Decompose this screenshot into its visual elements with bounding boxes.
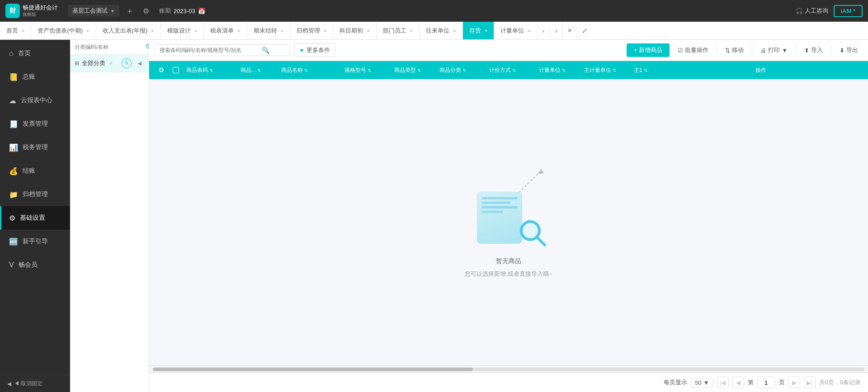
col-barcode[interactable]: 商品条码 ⇅ xyxy=(183,66,237,74)
page-next-button[interactable]: ▶ xyxy=(788,377,800,388)
tab-dept-close[interactable]: × xyxy=(410,28,413,33)
add-product-button[interactable]: + 新增商品 xyxy=(627,43,670,57)
product-search-input[interactable] xyxy=(160,47,259,53)
batch-operation-button[interactable]: ☑ 批量操作 xyxy=(673,44,713,57)
company-arrow-icon: ▼ xyxy=(110,9,115,14)
tab-period-end[interactable]: 期末结转 × xyxy=(247,22,290,40)
move-button[interactable]: ⇅ 移动 xyxy=(721,44,748,57)
col-check[interactable] xyxy=(169,67,183,73)
page-prev-button[interactable]: ◀ xyxy=(732,377,744,388)
col-type[interactable]: 商品类型 ⇅ xyxy=(391,66,436,74)
tab-home-close[interactable]: × xyxy=(22,28,24,33)
tab-income-close[interactable]: × xyxy=(151,28,154,33)
sidebar-ledger-label: 总账 xyxy=(23,73,35,81)
col-main-unit[interactable]: 主计量单位 ⇅ xyxy=(580,66,630,74)
settings-icon[interactable]: ⚙ xyxy=(140,7,152,15)
sort-barcode-icon[interactable]: ⇅ xyxy=(209,68,213,73)
import-button[interactable]: ⬆ 导入 xyxy=(800,44,827,57)
sort-category-icon[interactable]: ⇅ xyxy=(462,68,466,73)
more-filter-button[interactable]: ▼ 更多条件 xyxy=(294,43,335,57)
sidebar-item-archive[interactable]: 📁 归档管理 xyxy=(0,183,70,206)
sort-num-icon[interactable]: ⇅ xyxy=(644,68,647,73)
sort-code-icon[interactable]: ⇅ xyxy=(257,68,261,73)
col-spec-label: 规格型号 xyxy=(344,66,366,74)
sort-name-icon[interactable]: ⇅ xyxy=(304,68,308,73)
tab-expand[interactable]: ⤢ xyxy=(577,22,592,40)
collapse-panel-button[interactable]: ◀ xyxy=(134,58,144,68)
export-button[interactable]: ⬇ 导出 xyxy=(835,44,863,57)
classification-search-input[interactable] xyxy=(75,44,142,50)
tab-income[interactable]: 收入支出表(年报) × xyxy=(96,22,161,40)
tab-subject[interactable]: 科目期初 × xyxy=(333,22,376,40)
tab-home[interactable]: 首页 × xyxy=(0,22,31,40)
page-number-input[interactable] xyxy=(757,377,775,388)
tab-inventory[interactable]: 存货 × xyxy=(463,22,494,40)
sidebar-item-basic[interactable]: ⚙ 基础设置 xyxy=(0,206,70,230)
col-spec[interactable]: 规格型号 ⇅ xyxy=(341,66,391,74)
tab-scroll-right[interactable]: › xyxy=(550,22,563,40)
iam-button[interactable]: iAM * xyxy=(834,5,863,17)
sort-type-icon[interactable]: ⇅ xyxy=(417,68,421,73)
tab-contact-close[interactable]: × xyxy=(453,28,456,33)
scrollbar-thumb[interactable] xyxy=(153,368,473,371)
tab-period-end-close[interactable]: × xyxy=(281,28,283,33)
tab-subject-close[interactable]: × xyxy=(367,28,369,33)
sidebar-item-home[interactable]: ⌂ 首页 xyxy=(0,42,70,65)
col-price[interactable]: 计价方式 ⇅ xyxy=(486,66,535,74)
scrollbar-track[interactable] xyxy=(153,368,864,371)
sidebar-guide-label: 新手引导 xyxy=(23,237,48,246)
sort-spec-icon[interactable]: ⇅ xyxy=(368,68,371,73)
col-code[interactable]: 商品... ⇅ xyxy=(237,66,278,74)
all-classification-row[interactable]: ⊞ 全部分类 ✓ ✎ ◀ xyxy=(70,55,149,72)
col-unit[interactable]: 计量单位 ⇅ xyxy=(535,66,580,74)
sidebar-item-member[interactable]: V 畅会员 xyxy=(0,253,70,277)
tab-scroll-left[interactable]: ‹ xyxy=(538,22,550,40)
tab-template[interactable]: 模版设计 × xyxy=(161,22,204,40)
tab-template-close[interactable]: × xyxy=(194,28,197,33)
tab-asset-close[interactable]: × xyxy=(86,28,89,33)
column-settings-icon[interactable]: ⚙ xyxy=(158,66,164,74)
col-category[interactable]: 商品分类 ⇅ xyxy=(436,66,486,74)
tab-unit[interactable]: 计量单位 × xyxy=(494,22,537,40)
sidebar-item-cloud[interactable]: ☁ 云报表中心 xyxy=(0,89,70,112)
page-size-select[interactable]: 50 ▼ xyxy=(691,378,713,387)
consulting-button[interactable]: 🎧 人工咨询 xyxy=(796,7,828,15)
sort-unit-icon[interactable]: ⇅ xyxy=(562,68,566,73)
tab-contact[interactable]: 往来单位 × xyxy=(420,22,462,40)
edit-classification-button[interactable]: ✎ xyxy=(122,58,132,68)
print-button[interactable]: 🖨 打印 ▼ xyxy=(756,44,792,57)
col-num-label: 主1 xyxy=(634,66,642,74)
col-settings[interactable]: ⚙ xyxy=(153,66,169,74)
page-first-button[interactable]: |◀ xyxy=(717,377,729,388)
pagination-row: 每页显示 50 ▼ |◀ ◀ 第 页 ▶ ▶| 共0页，0条记录 xyxy=(149,373,868,392)
tab-asset[interactable]: 资产负债表(中期) × xyxy=(31,22,96,40)
sort-main-unit-icon[interactable]: ⇅ xyxy=(613,68,616,73)
select-all-checkbox[interactable] xyxy=(173,67,179,73)
sidebar-item-close[interactable]: 💰 结账 xyxy=(0,159,70,183)
tab-inventory-close[interactable]: × xyxy=(485,28,487,33)
sidebar-item-invoice[interactable]: 🧾 发票管理 xyxy=(0,112,70,136)
horizontal-scrollbar[interactable] xyxy=(149,365,868,373)
tab-tax[interactable]: 税表清单 × xyxy=(204,22,247,40)
sidebar-item-tax[interactable]: 📊 税务管理 xyxy=(0,136,70,159)
tab-dept[interactable]: 部门员工 × xyxy=(377,22,420,40)
calendar-icon[interactable]: 📅 xyxy=(198,8,205,14)
col-name[interactable]: 商品名称 ⇅ xyxy=(278,66,341,74)
col-num[interactable]: 主1 ⇅ xyxy=(630,66,657,74)
sidebar-item-ledger[interactable]: 📒 总账 xyxy=(0,65,70,89)
unpin-sidebar-button[interactable]: ◀ ◀ 取消固定 xyxy=(0,375,70,392)
tab-unit-close[interactable]: × xyxy=(528,28,530,33)
tab-archive[interactable]: 归档管理 × xyxy=(290,22,333,40)
sidebar-tax-label: 税务管理 xyxy=(23,143,48,151)
tab-tax-close[interactable]: × xyxy=(237,28,240,33)
tab-close-all[interactable]: × xyxy=(563,22,577,40)
sidebar-item-guide[interactable]: 🆕 新手引导 xyxy=(0,230,70,253)
add-workspace-button[interactable]: ＋ xyxy=(123,5,137,16)
sidebar-member-label: 畅会员 xyxy=(19,261,38,269)
page-last-button[interactable]: ▶| xyxy=(804,377,816,388)
tab-archive-close[interactable]: × xyxy=(324,28,326,33)
product-search-icon[interactable]: 🔍 xyxy=(262,47,269,54)
close-account-icon: 💰 xyxy=(9,167,18,175)
sort-price-icon[interactable]: ⇅ xyxy=(512,68,516,73)
company-selector[interactable]: 基层工会测试 ▼ xyxy=(68,5,119,17)
